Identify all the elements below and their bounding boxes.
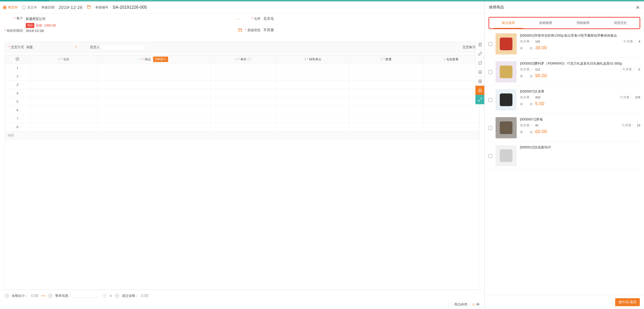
table-row[interactable]: 6 xyxy=(5,106,479,114)
stock-value: 141 xyxy=(535,40,540,43)
svg-point-20 xyxy=(17,59,18,59)
price-label: 单价 xyxy=(520,74,533,78)
table-row[interactable]: 4 xyxy=(5,89,479,97)
table-row[interactable]: 8 xyxy=(5,123,479,131)
table-row[interactable]: 5 xyxy=(5,97,479,106)
due-date-value[interactable]: 2019-12-26 xyxy=(26,29,44,33)
recommend-footer: 选中(0) 返回 xyxy=(485,295,644,309)
available-label: 可用量： xyxy=(623,40,636,44)
product-types-summary: 商品种类： 0 种 xyxy=(0,301,484,309)
side-toolbar xyxy=(476,40,484,104)
col-product[interactable]: ▲▼*商品扫码录入 xyxy=(98,55,210,64)
table-row[interactable]: 1 xyxy=(5,64,479,72)
stock-value: 111 xyxy=(535,68,540,71)
col-price[interactable]: ▲▼*单价? xyxy=(210,55,276,64)
product-name: [0000012]水晶梨50斤 xyxy=(520,145,640,150)
chevron-down-icon xyxy=(74,45,78,49)
warehouse-label: *仓库 xyxy=(242,17,263,21)
customer-select-button[interactable]: ⋯ xyxy=(236,17,240,22)
delivery-method-select[interactable]: 自提 xyxy=(26,45,78,49)
delivery-method-value: 自提 xyxy=(26,45,33,49)
tool-discount-icon[interactable] xyxy=(476,67,484,77)
selected-return-button[interactable]: 选中(0) 返回 xyxy=(615,298,640,306)
radio-sales-order[interactable]: 销货单 xyxy=(3,6,18,10)
svg-rect-28 xyxy=(500,121,512,134)
recommend-tab[interactable]: 新品推荐 xyxy=(490,18,527,28)
available-label: 可用量： xyxy=(622,67,635,72)
product-thumbnail xyxy=(496,33,517,55)
invoice-type-label: *票据类型 xyxy=(242,28,263,33)
svg-rect-4 xyxy=(238,29,242,32)
svg-rect-22 xyxy=(500,38,512,50)
price-value: 60.00 xyxy=(535,129,547,134)
recommend-tab[interactable]: 浏览历史 xyxy=(602,18,639,28)
product-checkbox[interactable] xyxy=(488,98,492,102)
product-checkbox[interactable] xyxy=(488,154,492,158)
document-header: 销货单 退货单 单据日期 2019-12-26 单据编号 SA-20191226… xyxy=(0,2,484,14)
svg-line-18 xyxy=(480,98,482,99)
recommend-product-list: [0000001]华美华夫软饼1200g 糕点零食小吃手撕面包早餐休闲食品现存量… xyxy=(485,29,644,295)
radio-return-order[interactable]: 退货单 xyxy=(22,6,37,10)
price-label: 单价 xyxy=(520,130,533,134)
tool-expand-icon[interactable] xyxy=(476,95,484,104)
col-pack-qty[interactable]: ▲▼包装数量 xyxy=(423,55,479,64)
customer-value[interactable]: 新盛商贸公司 xyxy=(26,17,46,21)
recommend-product-item: [0000001]华美华夫软饼1200g 糕点零食小吃手撕面包早餐休闲食品现存量… xyxy=(488,30,640,58)
col-quantity[interactable]: ▲▼*数量 xyxy=(350,55,423,64)
recommend-product-item: [0000002]费列罗（FERRERO）巧克力礼盒装生日礼物礼盒装01-300… xyxy=(488,58,640,86)
price-value: 38.00 xyxy=(535,45,547,50)
recommend-product-item: [00000071]草莓现存量：41可用量：13单价60.00 xyxy=(488,114,640,142)
recommend-tab[interactable]: 热销推荐 xyxy=(527,18,564,28)
scan-button[interactable]: 扫码录入 xyxy=(153,57,168,62)
subtotal-row: 小计 xyxy=(5,131,479,140)
tool-refresh-icon[interactable] xyxy=(476,58,484,68)
doc-date-value[interactable]: 2019-12-26 xyxy=(59,5,82,10)
recommend-tab[interactable]: 滞销推荐 xyxy=(564,18,602,28)
tool-link-icon[interactable] xyxy=(476,49,484,59)
svg-line-19 xyxy=(478,100,480,101)
doc-date-label: 单据日期 xyxy=(41,6,54,10)
calendar-icon[interactable] xyxy=(238,28,242,33)
summary-icon xyxy=(448,302,452,307)
product-thumbnail xyxy=(496,145,517,166)
gear-icon[interactable] xyxy=(16,57,19,62)
warehouse-value[interactable]: 北京仓 xyxy=(263,17,274,21)
pickup-person-input[interactable] xyxy=(102,45,144,49)
stock-label: 现存量： xyxy=(520,40,533,44)
tool-note-icon[interactable] xyxy=(476,40,484,49)
product-checkbox[interactable] xyxy=(488,70,492,74)
customer-label: *客户 xyxy=(5,17,26,21)
deal-amount-value: 0.00 xyxy=(141,294,148,298)
tool-currency-icon[interactable] xyxy=(476,77,484,86)
tool-star-icon[interactable] xyxy=(476,86,484,95)
product-checkbox[interactable] xyxy=(488,42,492,46)
product-name: [0000001]华美华夫软饼1200g 糕点零食小吃手撕面包早餐休闲食品 xyxy=(520,33,640,38)
product-name: [0000002]费列罗（FERRERO）巧克力礼盒装生日礼物礼盒装01-300… xyxy=(520,61,640,66)
info-icon[interactable]: ? xyxy=(103,294,107,298)
table-row[interactable]: 7 xyxy=(5,114,479,123)
stock-label: 现存量： xyxy=(520,123,533,128)
svg-rect-24 xyxy=(500,66,512,78)
available-value: 13 xyxy=(637,124,640,127)
due-date-label: *收款到期日 xyxy=(5,29,26,33)
invoice-type-value[interactable]: 不开票 xyxy=(263,28,274,33)
table-row[interactable]: 3 xyxy=(5,81,479,89)
close-icon[interactable]: ✕ xyxy=(636,5,640,10)
recommend-panel: 推荐商品 ✕ 新品推荐热销推荐滞销推荐浏览历史 [0000001]华美华夫软饼1… xyxy=(484,2,644,309)
price-label: 单价 xyxy=(520,46,533,51)
col-warehouse[interactable]: ▲▼*仓库 xyxy=(30,55,98,64)
calendar-icon[interactable] xyxy=(87,5,91,10)
discount-input[interactable] xyxy=(74,294,100,298)
col-sales-unit[interactable]: ▲▼*销售单位 xyxy=(276,55,350,64)
available-value: 4 xyxy=(638,40,640,43)
info-icon[interactable]: ? xyxy=(248,58,251,61)
settle-badge: 现结 xyxy=(26,23,34,28)
recommend-product-item: [0000007]火龙果现存量：410可用量：274单价5.50 xyxy=(488,86,640,114)
table-row[interactable]: 2 xyxy=(5,72,479,81)
svg-rect-26 xyxy=(500,94,512,106)
available-label: 可用量： xyxy=(620,95,633,100)
pickup-person-label: 提货人 xyxy=(90,45,100,49)
stock-label: 现存量： xyxy=(520,67,533,72)
product-checkbox[interactable] xyxy=(488,126,492,130)
available-value: -2 xyxy=(638,68,640,71)
